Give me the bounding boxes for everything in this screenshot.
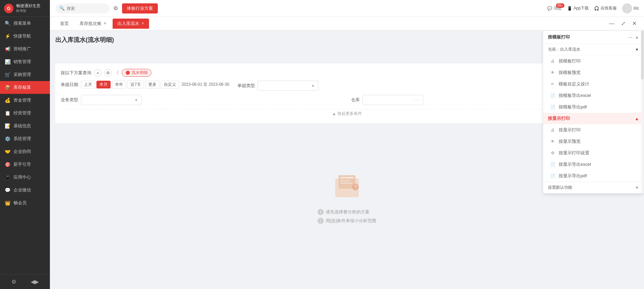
page-content: 出入库流水(流水明细) 🖨 按模板打印 ▲ ⬆ 导出 ↻ 刷新 按以下方案查询 … [50, 30, 644, 289]
active-filter-tag[interactable]: 🔴 流水明细 [122, 69, 151, 77]
app-name: 畅捷通好生意 [16, 3, 40, 9]
current-template-arrow: ▼ [635, 47, 639, 52]
sidebar-item-purchase[interactable]: 🛒 采购管理 [0, 68, 50, 81]
footer-collapse-icon[interactable]: ◀▶ [31, 279, 39, 285]
last-7-days-btn[interactable]: 近7天 [127, 81, 144, 88]
sidebar-item-vip[interactable]: 👑 畅会员 [0, 196, 50, 209]
topbar-actions: 💬 消息 99+ 📱 App下载 🎧 在线客服 Rit [547, 3, 639, 14]
tabs-bar: 首页 库存批次账 ✕ 出入库流水 ✕ — ⤢ ✕ [50, 17, 644, 30]
dropdown-scrollbar[interactable] [641, 31, 644, 193]
sidebar-item-label: 企业协同 [13, 149, 31, 155]
topbar-search-box[interactable]: 🔍 [55, 3, 109, 14]
user-name: Rit [634, 6, 639, 11]
tab-close-button[interactable]: ✕ [630, 20, 639, 27]
excel-icon: 📄 [550, 93, 555, 98]
sales-icon: 📊 [4, 59, 11, 64]
display-pdf-label: 按显示导出pdf [559, 173, 587, 179]
custom-date-btn[interactable]: 自定义 [161, 81, 179, 88]
tab-minimize-button[interactable]: — [607, 20, 616, 27]
tab-batch-account[interactable]: 库存批次账 ✕ [75, 19, 111, 29]
business-type-arrow: ▼ [135, 98, 138, 102]
dropdown-display-excel[interactable]: 📄 按显示导出excel [543, 159, 644, 170]
tab-flow-close[interactable]: ✕ [141, 21, 144, 26]
dropdown-collapse-btn[interactable]: ▲ [635, 35, 639, 40]
industry-solution-button[interactable]: 体验行业方案 [122, 3, 158, 14]
tab-home[interactable]: 首页 [55, 19, 74, 29]
apps-icon: 📱 [4, 175, 11, 180]
user-profile-btn[interactable]: Rit [622, 3, 639, 14]
dropdown-display-preview[interactable]: 👁 按显示预览 [543, 136, 644, 147]
tab-flow[interactable]: 出入库流水 ✕ [113, 19, 149, 29]
warehouse-select[interactable]: ··· [362, 95, 423, 105]
sidebar-item-label: 畅会员 [13, 200, 27, 206]
search-icon: 🔍 [4, 21, 11, 26]
tab-maximize-button[interactable]: ⤢ [619, 20, 627, 27]
dropdown-template-excel[interactable]: 📄 按模板导出excel [543, 90, 644, 101]
dropdown-footer-arrow: ▼ [635, 185, 639, 190]
sidebar-item-inventory[interactable]: 📦 库存核算 [0, 81, 50, 94]
sidebar-item-label: 采购管理 [13, 72, 31, 78]
dropdown-template-print[interactable]: 🖨 按模板打印 [543, 55, 644, 67]
current-year-btn[interactable]: 本年 [112, 81, 126, 88]
sidebar-item-system[interactable]: ⚙️ 系统管理 [0, 132, 50, 145]
last-month-btn[interactable]: 上月 [81, 81, 95, 88]
sidebar-item-wechat[interactable]: 💬 企业微信 [0, 184, 50, 196]
date-shortcut-buttons: 上月 本月 本年 近7天 更多 自定义 2023-06-01 至 2023-06… [81, 81, 229, 88]
sidebar-item-collab[interactable]: 🤝 企业协同 [0, 145, 50, 158]
sidebar-item-basics[interactable]: 📝 基础信息 [0, 120, 50, 132]
dropdown-title: 按模板打印 [548, 34, 570, 40]
filter-collapse-arrow[interactable]: 《 [114, 70, 119, 76]
marketing-icon: 📢 [4, 46, 11, 52]
app-download-icon: 📱 [567, 6, 572, 11]
dropdown-more-icon[interactable]: ··· [628, 35, 632, 40]
dropdown-display-pdf[interactable]: 📄 按显示导出pdf [543, 170, 644, 182]
sidebar-item-operations[interactable]: 📋 经营管理 [0, 107, 50, 120]
topbar-settings-icon[interactable]: ⚙ [113, 5, 118, 11]
footer-settings-icon[interactable]: ⚙ [11, 279, 16, 285]
template-print-label: 按模板打印 [559, 58, 581, 64]
sidebar-item-quick-nav[interactable]: ⚡ 快捷导航 [0, 30, 50, 43]
document-type-select[interactable]: ▼ [258, 81, 318, 91]
sidebar-item-apps[interactable]: 📱 应用中心 [0, 171, 50, 184]
message-icon: 💬 [547, 6, 552, 11]
app-download-label: App下载 [574, 5, 589, 11]
collapse-label: 收起更多条件 [338, 111, 362, 116]
main-content: 🔍 ⚙ 体验行业方案 💬 消息 99+ 📱 App下载 🎧 在线客服 Rit [50, 0, 644, 289]
sidebar-logo: G 畅捷通好生意 标准版 [0, 0, 50, 17]
dropdown-display-print[interactable]: 🖨 按显示打印 [543, 124, 644, 136]
sidebar-item-label: 系统管理 [13, 136, 31, 142]
dropdown-footer-settings-label: 设置默认功能 [548, 185, 572, 190]
dropdown-display-print-settings[interactable]: ⚙ 按显示打印设置 [543, 147, 644, 159]
print-dropdown-panel: 按模板打印 ··· ▲ 当前：出入库流水 ▼ 🖨 按模板打印 👁 按模板预览 ✏ [543, 30, 644, 193]
dropdown-header-right: ··· ▲ [628, 35, 639, 40]
dropdown-template-custom[interactable]: ✏ 模板自定义设计 [543, 78, 644, 90]
date-filter-field: 单据日期 上月 本月 本年 近7天 更多 自定义 2023-06-01 至 20… [61, 81, 229, 88]
current-month-btn[interactable]: 本月 [96, 81, 111, 88]
filter-add-button[interactable]: + [94, 69, 101, 77]
empty-tip-2: 2 用[选]条件来缩小分析范围 [318, 218, 376, 224]
dropdown-footer[interactable]: 设置默认功能 ▼ [543, 182, 644, 193]
sidebar-item-label: 应用中心 [13, 174, 31, 180]
template-excel-label: 按模板导出excel [559, 93, 591, 99]
sidebar-item-search[interactable]: 🔍 搜索菜单 [0, 17, 50, 30]
messages-btn[interactable]: 💬 消息 99+ [547, 5, 562, 11]
sidebar-item-guide[interactable]: 🎯 新手引导 [0, 158, 50, 171]
tab-batch-account-close[interactable]: ✕ [104, 21, 107, 26]
display-print-section-header[interactable]: 按显示打印 ▲ [543, 113, 644, 124]
business-type-select[interactable]: ▼ [81, 95, 142, 105]
finance-icon: 💰 [4, 98, 11, 103]
sidebar-item-finance[interactable]: 💰 资金管理 [0, 94, 50, 107]
app-download-btn[interactable]: 📱 App下载 [567, 5, 589, 11]
more-date-btn[interactable]: 更多 [145, 81, 159, 88]
template-preview-label: 按模板预览 [559, 70, 581, 76]
dropdown-template-pdf[interactable]: 📄 按模板导出pdf [543, 101, 644, 113]
search-input[interactable] [67, 6, 105, 11]
sidebar-item-sales[interactable]: 📊 销售管理 [0, 55, 50, 68]
dropdown-template-preview[interactable]: 👁 按模板预览 [543, 67, 644, 78]
display-print-settings-label: 按显示打印设置 [559, 150, 589, 156]
date-range-display: 2023-06-01 至 2023-06-30 [182, 82, 229, 87]
filter-settings-button[interactable]: ⚙ [104, 69, 112, 77]
tip-num-2: 2 [318, 218, 324, 224]
online-service-btn[interactable]: 🎧 在线客服 [594, 5, 617, 11]
sidebar-item-marketing[interactable]: 📢 营销推广 [0, 43, 50, 55]
